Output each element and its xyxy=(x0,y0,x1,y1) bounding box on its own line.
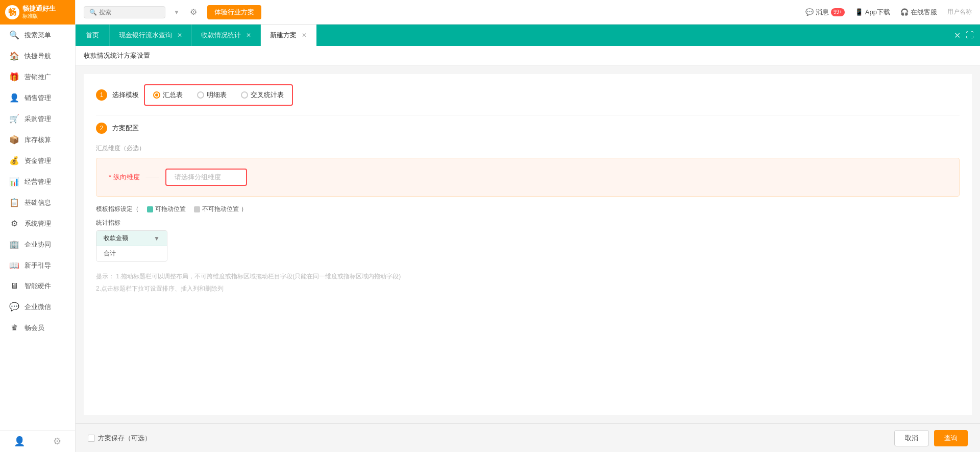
sidebar-item-system[interactable]: ⚙ 系统管理 xyxy=(0,213,75,234)
service-label: 在线客服 xyxy=(911,8,937,17)
cancel-button[interactable]: 取消 xyxy=(894,430,929,446)
search-icon: 🔍 xyxy=(89,9,97,16)
summary-label: 汇总表 xyxy=(163,90,183,100)
sidebar-item-enterprise[interactable]: 🏢 企业协同 xyxy=(0,234,75,255)
indicator-section: 模板指标设定（ 可拖动位置 不可拖动位置） 统计指标 收款 xyxy=(96,205,960,263)
stats-label: 统计指标 xyxy=(96,219,960,227)
sidebar-item-label: 经营管理 xyxy=(24,177,51,186)
sidebar-item-finance[interactable]: 💰 资金管理 xyxy=(0,150,75,171)
vertical-dimension-row: * 纵向维度 —— 请选择分组维度 xyxy=(109,169,947,186)
dimension-arrow: —— xyxy=(146,174,159,181)
tab-new-plan[interactable]: 新建方案 ✕ xyxy=(261,25,316,46)
bottom-bar: 方案保存（可选） 取消 查询 xyxy=(76,423,980,452)
sidebar: 畅 畅捷通好生 标准版 🔍 搜索菜单 🏠 快捷导航 🎁 营销推广 👤 销售管理 … xyxy=(0,0,76,452)
sidebar-bottom: 👤 ⚙ xyxy=(0,430,75,452)
money-icon: 💰 xyxy=(9,156,19,165)
sidebar-item-search-menu[interactable]: 🔍 搜索菜单 xyxy=(0,25,75,45)
save-label: 方案保存（可选） xyxy=(98,434,151,443)
dimension-section-title: 汇总维度（必选） xyxy=(96,144,960,153)
draggable-label: 可拖动位置 xyxy=(155,205,186,213)
book-icon: 📖 xyxy=(9,260,19,270)
sidebar-item-marketing[interactable]: 🎁 营销推广 xyxy=(0,66,75,87)
template-cross-option[interactable]: 交叉统计表 xyxy=(241,90,284,100)
app-download-item[interactable]: 📱 App下载 xyxy=(855,8,890,17)
step1-row: 1 选择模板 汇总表 明细表 交叉统计表 xyxy=(96,84,960,106)
tab-new-plan-close-icon[interactable]: ✕ xyxy=(302,32,307,39)
notification-label: 消息 xyxy=(816,8,829,17)
tab-receipt-stats-close-icon[interactable]: ✕ xyxy=(246,32,251,39)
close-window-icon[interactable]: ✕ xyxy=(954,31,961,40)
settings-icon: ⚙ xyxy=(53,436,61,447)
tab-bank-flow[interactable]: 现金银行流水查询 ✕ xyxy=(110,25,192,46)
chevron-down-icon[interactable]: ▼ xyxy=(154,235,160,242)
online-service-item[interactable]: 🎧 在线客服 xyxy=(900,8,937,17)
stats-table-header: 收款金额 ▼ xyxy=(96,231,167,246)
cart-icon: 🛒 xyxy=(9,114,19,124)
search-menu-icon: 🔍 xyxy=(9,30,19,40)
save-checkbox[interactable] xyxy=(88,435,95,442)
topbar: 🔍 ▼ ⚙ 体验行业方案 💬 消息 99+ 📱 App下载 🎧 在线客服 用户名… xyxy=(76,0,980,25)
tabbar-actions: ✕ ⛶ xyxy=(954,31,980,40)
tip-1: 提示： 1.拖动标题栏可以调整布局，不可跨维度或指标区域拖动栏目字段(只能在同一… xyxy=(96,271,960,282)
dropdown-arrow-icon[interactable]: ▼ xyxy=(174,9,180,16)
sidebar-item-sales[interactable]: 👤 销售管理 xyxy=(0,87,75,108)
search-bar[interactable]: 🔍 xyxy=(84,6,165,18)
sidebar-settings-btn[interactable]: ⚙ xyxy=(53,436,61,447)
step1-badge: 1 xyxy=(96,89,107,101)
vertical-dimension-label: * 纵向维度 xyxy=(109,173,140,182)
main-area: 🔍 ▼ ⚙ 体验行业方案 💬 消息 99+ 📱 App下载 🎧 在线客服 用户名… xyxy=(76,0,980,452)
logo-name: 畅捷通好生 xyxy=(22,5,56,13)
building-icon: 🏢 xyxy=(9,240,19,249)
draggable-badge xyxy=(147,206,153,212)
sidebar-item-label: 资金管理 xyxy=(24,156,51,165)
main-content: 1 选择模板 汇总表 明细表 交叉统计表 xyxy=(76,66,980,423)
step2-badge: 2 xyxy=(96,123,107,134)
sidebar-item-operation[interactable]: 📊 经营管理 xyxy=(0,171,75,192)
step2-title: 方案配置 xyxy=(112,124,139,133)
detail-radio[interactable] xyxy=(197,91,204,99)
non-draggable-label: 不可拖动位置 xyxy=(202,205,239,213)
sidebar-item-purchase[interactable]: 🛒 采购管理 xyxy=(0,108,75,129)
tab-bank-flow-label: 现金银行流水查询 xyxy=(119,31,172,40)
save-option[interactable]: 方案保存（可选） xyxy=(88,434,151,443)
template-detail-option[interactable]: 明细表 xyxy=(197,90,227,100)
bottom-buttons: 取消 查询 xyxy=(894,430,968,446)
tab-bank-flow-close-icon[interactable]: ✕ xyxy=(177,32,182,39)
sidebar-item-label: 基础信息 xyxy=(24,198,51,207)
sidebar-item-basic-info[interactable]: 📋 基础信息 xyxy=(0,192,75,213)
search-input[interactable] xyxy=(99,9,160,16)
dimension-select[interactable]: 请选择分组维度 xyxy=(165,169,247,186)
cross-radio[interactable] xyxy=(241,91,248,99)
message-icon: 💬 xyxy=(805,8,814,16)
gear-icon: ⚙ xyxy=(9,219,19,228)
chat-icon: 💬 xyxy=(9,302,19,312)
logo-icon: 畅 xyxy=(5,5,19,19)
tab-home[interactable]: 首页 xyxy=(76,25,110,46)
indicator-header: 模板指标设定（ 可拖动位置 不可拖动位置） xyxy=(96,205,960,213)
settings-gear-icon[interactable]: ⚙ xyxy=(190,7,197,17)
sidebar-item-member[interactable]: ♛ 畅会员 xyxy=(0,317,75,338)
tab-receipt-stats[interactable]: 收款情况统计 ✕ xyxy=(192,25,261,46)
headset-icon: 🎧 xyxy=(900,8,909,16)
non-draggable-indicator: 不可拖动位置） xyxy=(194,205,247,213)
industry-solution-button[interactable]: 体验行业方案 xyxy=(207,5,261,19)
expand-window-icon[interactable]: ⛶ xyxy=(966,31,974,40)
download-icon: 📱 xyxy=(855,8,863,16)
notification-item[interactable]: 💬 消息 99+ xyxy=(805,8,845,17)
sidebar-item-wechat[interactable]: 💬 企业微信 xyxy=(0,296,75,317)
sidebar-user-btn[interactable]: 👤 xyxy=(14,436,25,447)
clipboard-icon: 📋 xyxy=(9,198,19,207)
stats-table: 收款金额 ▼ 合计 xyxy=(96,230,167,261)
summary-radio[interactable] xyxy=(153,91,160,99)
sidebar-item-label: 销售管理 xyxy=(24,93,51,103)
query-button[interactable]: 查询 xyxy=(934,430,968,446)
sidebar-item-inventory[interactable]: 📦 库存核算 xyxy=(0,129,75,150)
sidebar-item-beginner[interactable]: 📖 新手引导 xyxy=(0,255,75,276)
detail-label: 明细表 xyxy=(207,90,227,100)
topbar-right: 💬 消息 99+ 📱 App下载 🎧 在线客服 用户名称 xyxy=(805,8,972,17)
template-summary-option[interactable]: 汇总表 xyxy=(153,90,183,100)
sidebar-item-hardware[interactable]: 🖥 智能硬件 xyxy=(0,276,75,296)
sidebar-item-quick-nav[interactable]: 🏠 快捷导航 xyxy=(0,45,75,66)
column-header-text: 收款金额 xyxy=(104,234,128,243)
dimension-area: * 纵向维度 —— 请选择分组维度 xyxy=(96,158,960,197)
